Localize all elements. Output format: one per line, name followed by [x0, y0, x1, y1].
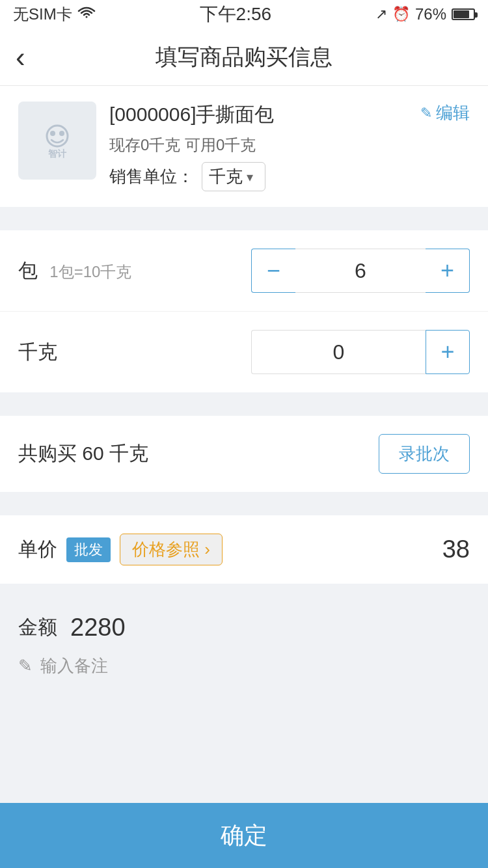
qty-label-kg: 千克: [18, 339, 251, 366]
qty-controls-kg: +: [251, 330, 470, 374]
product-stock: 现存0千克 可用0千克: [109, 135, 470, 156]
edit-button[interactable]: ✎ 编辑: [420, 102, 470, 124]
note-row[interactable]: ✎ 输入备注: [18, 655, 470, 677]
divider-3: [0, 504, 488, 515]
time-display: 下午2:56: [200, 2, 272, 27]
amount-label: 金额: [18, 614, 57, 641]
quantity-row-bao: 包 1包=10千克 − +: [0, 230, 488, 312]
quantity-row-kg: 千克 +: [0, 312, 488, 392]
price-label: 单价: [18, 536, 57, 563]
svg-text:智计: 智计: [47, 148, 67, 159]
svg-point-2: [59, 131, 64, 136]
unit-value: 千克: [209, 165, 243, 188]
edit-icon: ✎: [420, 105, 432, 122]
pencil-icon: ✎: [18, 656, 33, 676]
back-button[interactable]: ‹: [16, 41, 25, 74]
confirm-button[interactable]: 确定: [0, 803, 488, 868]
divider-1: [0, 219, 488, 230]
amount-section: 金额 2280 ✎ 输入备注: [0, 595, 488, 688]
unit-label: 销售单位：: [109, 165, 194, 188]
decrement-bao-button[interactable]: −: [251, 249, 295, 293]
status-bar: 无SIM卡 下午2:56 ↗ ⏰ 76%: [0, 0, 488, 29]
dropdown-icon: ▾: [247, 169, 253, 185]
edit-label: 编辑: [436, 102, 470, 124]
product-info: [0000006]手撕面包 ✎ 编辑 现存0千克 可用0千克 销售单位： 千克 …: [109, 102, 470, 191]
amount-row: 金额 2280: [18, 614, 470, 642]
qty-input-kg[interactable]: [251, 330, 426, 374]
product-card: 智计 [0000006]手撕面包 ✎ 编辑 现存0千克 可用0千克 销售单位： …: [0, 86, 488, 207]
status-left: 无SIM卡: [13, 4, 96, 25]
product-thumbnail: 智计: [18, 102, 96, 180]
price-section: 单价 批发 价格参照 › 38: [0, 515, 488, 584]
amount-value: 2280: [70, 614, 126, 642]
qty-label-bao: 包 1包=10千克: [18, 258, 251, 284]
unit-select[interactable]: 千克 ▾: [202, 162, 265, 191]
battery-icon: [452, 8, 475, 20]
wifi-icon: [77, 5, 96, 23]
price-row: 单价 批发 价格参照 › 38: [18, 534, 470, 565]
increment-bao-button[interactable]: +: [426, 249, 470, 293]
qty-controls-bao: − +: [251, 249, 470, 293]
nav-bar: ‹ 填写商品购买信息: [0, 29, 488, 86]
product-unit-row: 销售单位： 千克 ▾: [109, 162, 470, 191]
summary-text: 共购买 60 千克: [18, 441, 148, 467]
battery-percent: 76%: [415, 5, 446, 23]
divider-2: [0, 404, 488, 416]
summary-section: 共购买 60 千克 录批次: [0, 416, 488, 492]
price-ref-button[interactable]: 价格参照 ›: [120, 534, 223, 565]
carrier-text: 无SIM卡: [13, 4, 72, 25]
batch-tag: 批发: [66, 537, 111, 562]
note-placeholder: 输入备注: [40, 655, 108, 677]
qty-input-bao[interactable]: [295, 249, 426, 293]
price-value: 38: [442, 536, 470, 563]
price-left: 单价 批发 价格参照 ›: [18, 534, 223, 565]
quantity-section: 包 1包=10千克 − + 千克 +: [0, 230, 488, 392]
page-title: 填写商品购买信息: [156, 42, 332, 72]
increment-kg-button[interactable]: +: [426, 330, 470, 374]
record-batch-button[interactable]: 录批次: [379, 434, 470, 474]
product-name: [0000006]手撕面包: [109, 102, 274, 128]
svg-point-1: [50, 131, 55, 136]
location-icon: ↗: [375, 6, 387, 23]
status-right: ↗ ⏰ 76%: [375, 5, 475, 23]
qty-sublabel-bao: 1包=10千克: [49, 263, 131, 280]
alarm-icon: ⏰: [392, 6, 410, 23]
